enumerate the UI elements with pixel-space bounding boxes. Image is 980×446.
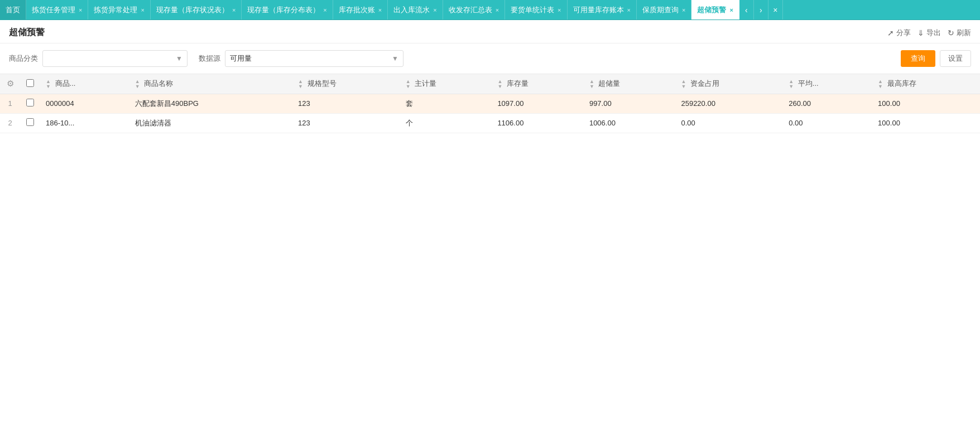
select-all-checkbox[interactable] <box>26 79 34 87</box>
cell-overstock: 1006.00 <box>584 113 676 133</box>
close-inventory-status[interactable]: × <box>232 7 236 13</box>
table-body: 1 0000004 六配套新昌490BPG 123 套 1097.00 997.… <box>0 94 980 133</box>
datasource-select-text: 可用量 <box>230 54 252 64</box>
row-num: 2 <box>0 113 20 133</box>
col-header-product-name[interactable]: ▲▼ 商品名称 <box>129 74 292 94</box>
row-checkbox-cell <box>20 113 40 133</box>
close-inout-flow[interactable]: × <box>433 7 436 13</box>
nav-exception-handling[interactable]: 拣货异常处理 × <box>88 0 150 20</box>
datasource-select[interactable]: 可用量 ▼ <box>225 50 403 67</box>
category-select[interactable]: ▼ <box>42 50 188 67</box>
nav-inventory-distribution[interactable]: 现存量（库存分布表） × <box>242 0 333 20</box>
category-dropdown-arrow: ▼ <box>176 55 182 62</box>
refresh-button[interactable]: ↻ 刷新 <box>948 28 971 38</box>
nav-home[interactable]: 首页 <box>0 0 26 20</box>
cell-unit: 套 <box>400 94 492 113</box>
nav-inventory-status[interactable]: 现存量（库存状况表） × <box>151 0 242 20</box>
export-button[interactable]: ⇓ 导出 <box>917 28 941 38</box>
close-available-ledger[interactable]: × <box>627 7 631 13</box>
share-button[interactable]: ➚ 分享 <box>887 28 911 38</box>
close-requisition-stats[interactable]: × <box>558 7 561 13</box>
cell-max-stock: 100.00 <box>872 94 980 113</box>
close-inventory-distribution[interactable]: × <box>323 7 326 13</box>
nav-inout-flow[interactable]: 出入库流水 × <box>388 0 443 20</box>
settings-icon[interactable]: ⚙ <box>7 79 14 88</box>
nav-overstock-warning[interactable]: 超储预警 × <box>691 0 739 20</box>
sort-arrows-overstock: ▲▼ <box>589 79 594 89</box>
col-header-spec[interactable]: ▲▼ 规格型号 <box>292 74 400 94</box>
col-header-capital[interactable]: ▲▼ 资金占用 <box>675 74 783 94</box>
table-header-row: ⚙ ▲▼ 商品... ▲▼ 商品名称 ▲▼ 规格型号 <box>0 74 980 94</box>
close-batch-ledger[interactable]: × <box>378 7 382 13</box>
cell-avg: 0.00 <box>783 113 872 133</box>
table-row: 2 186-10... 机油滤清器 123 个 1106.00 1006.00 … <box>0 113 980 133</box>
datasource-filter: 数据源 可用量 ▼ <box>199 50 403 67</box>
row-checkbox-cell <box>20 94 40 113</box>
cell-spec: 123 <box>292 113 400 133</box>
sort-arrows-avg: ▲▼ <box>789 79 794 89</box>
refresh-icon: ↻ <box>948 28 954 37</box>
table-container: ⚙ ▲▼ 商品... ▲▼ 商品名称 ▲▼ 规格型号 <box>0 74 980 133</box>
cell-avg: 260.00 <box>783 94 872 113</box>
cell-overstock: 997.00 <box>584 94 676 113</box>
nav-shelf-life[interactable]: 保质期查询 × <box>637 0 691 20</box>
row-checkbox-1[interactable] <box>26 118 34 126</box>
sort-arrows-stock: ▲▼ <box>497 79 502 89</box>
filter-buttons: 查询 设置 <box>901 50 971 67</box>
cell-product-name: 机油滤清器 <box>129 113 292 133</box>
col-header-product-code[interactable]: ▲▼ 商品... <box>40 74 129 94</box>
sort-arrows-spec: ▲▼ <box>298 79 303 89</box>
nav-task-management[interactable]: 拣货任务管理 × <box>26 0 88 20</box>
category-label: 商品分类 <box>9 54 38 64</box>
nav-more-arrow[interactable]: × <box>768 0 783 20</box>
page-header: 超储预警 ➚ 分享 ⇓ 导出 ↻ 刷新 <box>0 20 980 43</box>
cell-unit: 个 <box>400 113 492 133</box>
datasource-label: 数据源 <box>199 54 220 64</box>
sort-arrows-max-stock: ▲▼ <box>878 79 883 89</box>
sort-arrows-product-name: ▲▼ <box>135 79 140 89</box>
close-shelf-life[interactable]: × <box>682 7 685 13</box>
cell-capital: 0.00 <box>675 113 783 133</box>
close-overstock-warning[interactable]: × <box>729 7 733 13</box>
close-exception-handling[interactable]: × <box>141 7 144 13</box>
col-header-avg[interactable]: ▲▼ 平均... <box>783 74 872 94</box>
col-header-stock[interactable]: ▲▼ 库存量 <box>492 74 584 94</box>
datasource-dropdown-arrow: ▼ <box>392 55 398 62</box>
filter-area: 商品分类 ▼ 数据源 可用量 ▼ 查询 设置 <box>0 43 980 74</box>
page-title: 超储预警 <box>9 27 45 38</box>
settings-button[interactable]: 设置 <box>940 50 971 67</box>
query-button[interactable]: 查询 <box>901 50 935 67</box>
cell-product-code: 186-10... <box>40 113 129 133</box>
col-header-checkbox <box>20 74 40 94</box>
close-collect-summary[interactable]: × <box>496 7 499 13</box>
export-icon: ⇓ <box>917 28 924 37</box>
cell-spec: 123 <box>292 94 400 113</box>
header-actions: ➚ 分享 ⇓ 导出 ↻ 刷新 <box>887 28 971 38</box>
sort-arrows-capital: ▲▼ <box>681 79 686 89</box>
cell-capital: 259220.00 <box>675 94 783 113</box>
row-checkbox-0[interactable] <box>26 99 34 106</box>
nav-collect-summary[interactable]: 收发存汇总表 × <box>443 0 505 20</box>
cell-stock: 1097.00 <box>492 94 584 113</box>
col-header-max-stock[interactable]: ▲▼ 最高库存 <box>872 74 980 94</box>
cell-max-stock: 100.00 <box>872 113 980 133</box>
col-header-unit[interactable]: ▲▼ 主计量 <box>400 74 492 94</box>
nav-requisition-stats[interactable]: 要货单统计表 × <box>505 0 567 20</box>
cell-product-name: 六配套新昌490BPG <box>129 94 292 113</box>
top-navigation: 首页 拣货任务管理 × 拣货异常处理 × 现存量（库存状况表） × 现存量（库存… <box>0 0 980 20</box>
nav-next-arrow[interactable]: › <box>754 0 768 20</box>
col-header-overstock[interactable]: ▲▼ 超储量 <box>584 74 676 94</box>
col-header-settings: ⚙ <box>0 74 20 94</box>
row-num: 1 <box>0 94 20 113</box>
close-task-management[interactable]: × <box>79 7 82 13</box>
page-content: 超储预警 ➚ 分享 ⇓ 导出 ↻ 刷新 商品分类 ▼ 数据源 <box>0 20 980 446</box>
sort-arrows-product-code: ▲▼ <box>46 79 51 89</box>
share-icon: ➚ <box>887 28 894 37</box>
nav-available-ledger[interactable]: 可用量库存账本 × <box>568 0 637 20</box>
category-filter: 商品分类 ▼ <box>9 50 188 67</box>
nav-batch-ledger[interactable]: 库存批次账 × <box>333 0 388 20</box>
nav-prev-arrow[interactable]: ‹ <box>739 0 754 20</box>
table-row: 1 0000004 六配套新昌490BPG 123 套 1097.00 997.… <box>0 94 980 113</box>
cell-stock: 1106.00 <box>492 113 584 133</box>
data-table: ⚙ ▲▼ 商品... ▲▼ 商品名称 ▲▼ 规格型号 <box>0 74 980 133</box>
